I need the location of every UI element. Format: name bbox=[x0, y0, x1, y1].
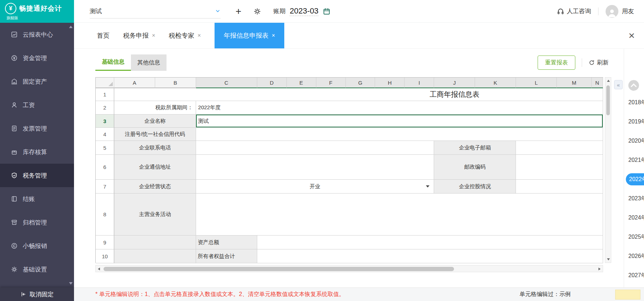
tab-home[interactable]: 首页 bbox=[97, 23, 110, 48]
add-account-button[interactable]: + bbox=[236, 6, 241, 16]
sidebar-item-funds[interactable]: 资金管理 bbox=[0, 46, 74, 70]
avatar[interactable] bbox=[606, 5, 618, 18]
cell-email-value[interactable] bbox=[516, 141, 603, 155]
cell-company-name-label[interactable]: 企业名称 bbox=[114, 115, 196, 128]
horizontal-scrollbar-thumb[interactable] bbox=[104, 267, 454, 271]
col-header-k[interactable]: K bbox=[475, 78, 516, 88]
unpin-sidebar-button[interactable]: 取消固定 bbox=[0, 287, 74, 301]
sidebar-scroll-up-icon[interactable] bbox=[69, 26, 73, 28]
col-header-e[interactable]: E bbox=[287, 78, 316, 88]
cell-period-label[interactable]: 税款所属期间： bbox=[114, 101, 196, 115]
row-header-8[interactable]: 8 bbox=[96, 194, 114, 236]
cell-holding-value[interactable] bbox=[516, 180, 603, 194]
vertical-scrollbar[interactable] bbox=[605, 77, 611, 263]
year-item-2023[interactable]: 2023年 bbox=[624, 192, 644, 205]
scroll-down-icon[interactable] bbox=[607, 258, 610, 260]
subtab-other-info[interactable]: 其他信息 bbox=[131, 54, 167, 71]
cell-reg-code-label[interactable]: 注册号/统一社会信用代码 bbox=[114, 128, 196, 141]
scroll-up-icon[interactable] bbox=[607, 80, 610, 82]
support-button[interactable]: 人工咨询 bbox=[557, 7, 591, 15]
sidebar-item-invoices[interactable]: 发票管理 bbox=[0, 117, 74, 140]
tab-annual-report-form[interactable]: 年报信息申报表 × bbox=[215, 23, 284, 48]
row-header-10[interactable]: 10 bbox=[96, 249, 114, 263]
col-header-c[interactable]: C bbox=[196, 78, 257, 88]
year-item-2022-selected[interactable]: 2022年 bbox=[626, 173, 644, 185]
username[interactable]: 用友 bbox=[622, 7, 634, 15]
row-header-6[interactable]: 6 bbox=[96, 155, 114, 180]
calendar-icon[interactable] bbox=[323, 7, 331, 15]
year-item-2021[interactable]: 2021年 bbox=[624, 154, 644, 166]
cell-reg-code-value[interactable] bbox=[196, 128, 603, 141]
row-header-2[interactable]: 2 bbox=[96, 101, 114, 115]
cell-phone-value[interactable] bbox=[196, 141, 434, 155]
sidebar-scroll-down-icon[interactable] bbox=[69, 282, 73, 285]
brand-logo[interactable]: ¥ 畅捷通好会计 旗舰版 bbox=[0, 0, 74, 23]
row-header-1[interactable]: 1 bbox=[96, 88, 114, 101]
row-header-9[interactable]: 9 bbox=[96, 236, 114, 249]
vertical-scrollbar-thumb[interactable] bbox=[606, 85, 610, 115]
col-header-a[interactable]: A bbox=[114, 78, 155, 88]
close-icon[interactable]: × bbox=[197, 32, 201, 39]
col-header-l[interactable]: L bbox=[516, 78, 557, 88]
cell-email-label[interactable]: 企业电子邮箱 bbox=[434, 141, 516, 155]
col-header-f[interactable]: F bbox=[316, 78, 346, 88]
row-header-4[interactable]: 4 bbox=[96, 128, 114, 141]
col-header-m[interactable]: M bbox=[557, 78, 592, 88]
tab-tax-filing[interactable]: 税务申报 × bbox=[123, 23, 155, 48]
cell-equity-value[interactable] bbox=[257, 249, 603, 263]
year-item-2025[interactable]: 2025年 bbox=[624, 231, 644, 243]
scroll-left-icon[interactable] bbox=[98, 268, 100, 270]
cell-address-label[interactable]: 企业通信地址 bbox=[114, 155, 196, 180]
cell-holding-label[interactable]: 企业控股情况 bbox=[434, 180, 516, 194]
cell-equity-label[interactable]: 所有者权益合计 bbox=[196, 249, 257, 263]
close-icon[interactable]: × bbox=[152, 32, 155, 39]
cell-address-value[interactable] bbox=[196, 155, 434, 180]
sidebar-item-settings[interactable]: 基础设置 bbox=[0, 258, 74, 281]
cell-business-value[interactable] bbox=[196, 194, 603, 236]
col-header-h[interactable]: H bbox=[375, 78, 405, 88]
col-header-d[interactable]: D bbox=[257, 78, 287, 88]
cell-assets-label[interactable]: 资产总额 bbox=[196, 236, 257, 249]
horizontal-scrollbar[interactable] bbox=[95, 265, 603, 272]
tab-tax-expert[interactable]: 税检专家 × bbox=[169, 23, 201, 48]
select-all-corner[interactable] bbox=[96, 78, 114, 88]
year-item-2020[interactable]: 2020年 bbox=[624, 135, 644, 147]
year-item-2019[interactable]: 2019年 bbox=[624, 116, 644, 128]
col-header-j[interactable]: J bbox=[434, 78, 475, 88]
close-icon[interactable]: × bbox=[272, 32, 275, 39]
sidebar-item-archive[interactable]: 归档管理 bbox=[0, 211, 74, 234]
year-item-2024[interactable]: 2024年 bbox=[624, 212, 644, 224]
row-header-5[interactable]: 5 bbox=[96, 141, 114, 155]
sidebar-item-fixed-assets[interactable]: 固定资产 bbox=[0, 70, 74, 93]
sidebar-item-inventory[interactable]: 库存核算 bbox=[0, 140, 74, 164]
scroll-right-icon[interactable] bbox=[598, 268, 601, 270]
close-all-icon[interactable]: × bbox=[628, 30, 635, 41]
sidebar-item-tax[interactable]: 税务管理 bbox=[0, 164, 74, 187]
year-item-2018[interactable]: 2018年 bbox=[624, 96, 644, 109]
cell-business-label[interactable]: 主营业务活动 bbox=[114, 194, 196, 236]
year-panel-scroll-up-button[interactable] bbox=[628, 80, 639, 91]
period-value[interactable]: 2023-03 bbox=[290, 6, 318, 16]
col-header-b[interactable]: B bbox=[155, 78, 196, 88]
sidebar-item-cloud-reports[interactable]: 云报表中心 bbox=[0, 23, 74, 46]
col-header-n[interactable]: N bbox=[592, 78, 603, 88]
cell-equity-spacer[interactable] bbox=[114, 249, 196, 263]
cell-period-value[interactable]: 2022年度 bbox=[196, 101, 603, 115]
cell-phone-label[interactable]: 企业联系电话 bbox=[114, 141, 196, 155]
year-item-2026[interactable]: 2026年 bbox=[624, 250, 644, 262]
dropdown-arrow-icon[interactable] bbox=[426, 185, 429, 188]
sidebar-item-salary[interactable]: 工资 bbox=[0, 93, 74, 117]
cell-company-name-value[interactable]: 测试 bbox=[196, 115, 603, 128]
cell-title[interactable]: 工商年报信息表 bbox=[114, 88, 603, 101]
year-item-2027[interactable]: 2027年 bbox=[624, 269, 644, 281]
gear-icon[interactable] bbox=[253, 7, 261, 15]
col-header-i[interactable]: I bbox=[405, 78, 434, 88]
cell-postcode-value[interactable] bbox=[516, 155, 603, 180]
sidebar-item-reimburse[interactable]: 小畅报销 bbox=[0, 234, 74, 258]
sidebar-item-closing[interactable]: 结账 bbox=[0, 187, 74, 211]
refresh-button[interactable]: 刷新 bbox=[588, 59, 608, 67]
reset-report-button[interactable]: 重置报表 bbox=[538, 56, 575, 70]
cell-assets-value[interactable] bbox=[257, 236, 603, 249]
cell-status-value[interactable]: 开业 bbox=[196, 180, 434, 194]
cell-assets-spacer[interactable] bbox=[114, 236, 196, 249]
